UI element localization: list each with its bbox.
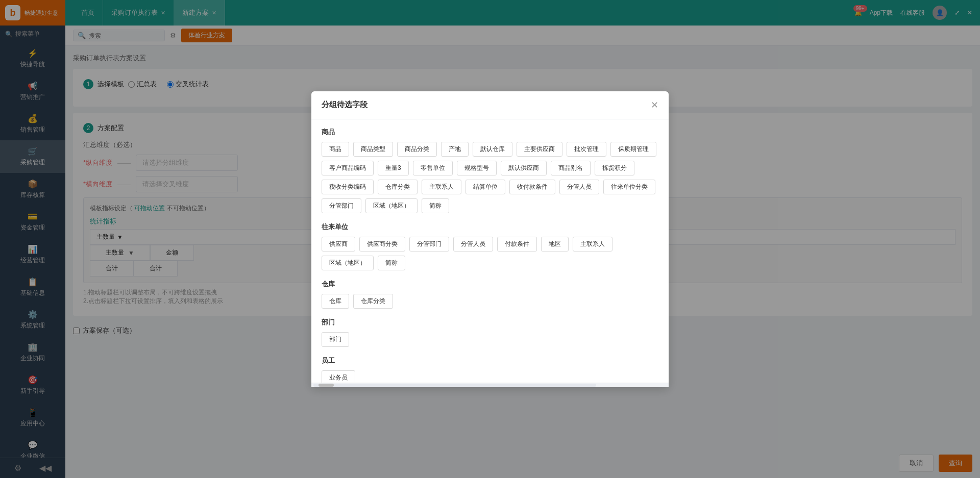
field-tag-origin[interactable]: 产地: [441, 142, 469, 157]
field-tag-partner-contact[interactable]: 主联系人: [573, 237, 612, 251]
field-tag-dept[interactable]: 部门: [322, 332, 349, 347]
field-section-title-product: 商品: [322, 128, 658, 137]
field-tag-partner-region[interactable]: 地区: [541, 237, 569, 251]
field-section-partner: 往来单位供应商供应商分类分管部门分管人员付款条件地区主联系人区域（地区）简称: [322, 222, 658, 270]
field-section-product: 商品商品商品类型商品分类产地默认仓库主要供应商批次管理保质期管理客户商品编码重量…: [322, 128, 658, 213]
field-tag-supplier-category[interactable]: 供应商分类: [359, 237, 405, 251]
field-tag-warehouse[interactable]: 仓库: [322, 294, 349, 309]
field-tag-tax-category[interactable]: 税收分类编码: [322, 180, 374, 194]
field-section-department: 部门部门: [322, 318, 658, 347]
field-section-warehouse: 仓库仓库仓库分类: [322, 280, 658, 309]
field-tag-default-warehouse[interactable]: 默认仓库: [473, 142, 512, 157]
modal-close-button[interactable]: ✕: [651, 99, 658, 111]
field-tag-payment-condition[interactable]: 付款条件: [497, 237, 537, 251]
field-section-title-partner: 往来单位: [322, 222, 658, 232]
field-tag-product[interactable]: 商品: [322, 142, 349, 157]
field-tag-expiry-management[interactable]: 保质期管理: [610, 142, 656, 157]
field-tag-supplier[interactable]: 供应商: [322, 237, 355, 251]
field-tag-region-district[interactable]: 区域（地区）: [365, 198, 418, 213]
field-tag-main-contact[interactable]: 主联系人: [422, 180, 461, 194]
field-tag-managing-dept[interactable]: 分管部门: [322, 198, 361, 213]
field-tag-product-alias[interactable]: 商品别名: [551, 161, 591, 175]
modal-title: 分组待选字段: [322, 100, 368, 110]
field-tag-partner-region2[interactable]: 区域（地区）: [322, 256, 374, 270]
field-tags-partner: 供应商供应商分类分管部门分管人员付款条件地区主联系人区域（地区）简称: [322, 237, 658, 270]
field-tag-customer-code[interactable]: 客户商品编码: [322, 161, 374, 175]
modal-body[interactable]: 商品商品商品类型商品分类产地默认仓库主要供应商批次管理保质期管理客户商品编码重量…: [311, 119, 669, 383]
field-tag-warehouse-category[interactable]: 仓库分类: [378, 180, 418, 194]
field-tag-lottery-points[interactable]: 拣货积分: [595, 161, 634, 175]
field-tag-payment-terms[interactable]: 收付款条件: [509, 180, 555, 194]
field-section-title-warehouse: 仓库: [322, 280, 658, 289]
field-tag-salesperson[interactable]: 业务员: [322, 370, 355, 383]
field-tag-settlement-unit[interactable]: 结算单位: [465, 180, 505, 194]
field-tag-abbr[interactable]: 简称: [422, 198, 449, 213]
field-tag-warehouse-category2[interactable]: 仓库分类: [353, 294, 393, 309]
modal-scrollbar[interactable]: [311, 383, 669, 387]
field-tag-spec-type[interactable]: 规格型号: [457, 161, 497, 175]
field-tag-partner-dept[interactable]: 分管部门: [409, 237, 449, 251]
field-tags-employee: 业务员: [322, 370, 658, 383]
field-tag-partner-manager[interactable]: 分管人员: [453, 237, 493, 251]
field-select-modal: 分组待选字段 ✕ 商品商品商品类型商品分类产地默认仓库主要供应商批次管理保质期管…: [311, 91, 669, 387]
field-tags-department: 部门: [322, 332, 658, 347]
field-tag-batch-management[interactable]: 批次管理: [567, 142, 606, 157]
field-section-title-employee: 员工: [322, 356, 658, 365]
field-tag-partner-abbr[interactable]: 简称: [378, 256, 405, 270]
field-tags-product: 商品商品类型商品分类产地默认仓库主要供应商批次管理保质期管理客户商品编码重量3零…: [322, 142, 658, 213]
modal-overlay: 分组待选字段 ✕ 商品商品商品类型商品分类产地默认仓库主要供应商批次管理保质期管…: [0, 0, 980, 478]
modal-header: 分组待选字段 ✕: [311, 91, 669, 119]
field-tag-retail-unit[interactable]: 零售单位: [413, 161, 453, 175]
field-tag-product-category[interactable]: 商品分类: [397, 142, 437, 157]
field-section-employee: 员工业务员: [322, 356, 658, 383]
field-tag-product-type[interactable]: 商品类型: [353, 142, 393, 157]
field-tag-manager[interactable]: 分管人员: [559, 180, 599, 194]
field-tag-default-supplier[interactable]: 默认供应商: [501, 161, 547, 175]
field-tags-warehouse: 仓库仓库分类: [322, 294, 658, 309]
field-tag-source-unit[interactable]: 往来单位分类: [603, 180, 655, 194]
field-section-title-department: 部门: [322, 318, 658, 327]
field-tag-main-supplier[interactable]: 主要供应商: [517, 142, 562, 157]
field-tag-weight3[interactable]: 重量3: [378, 161, 409, 175]
